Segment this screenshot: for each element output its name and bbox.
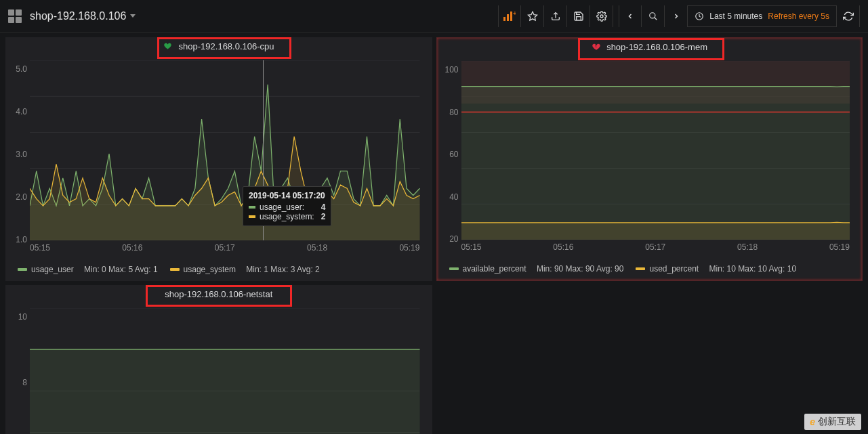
watermark: e创新互联 — [804, 414, 861, 430]
refresh-interval-label: Refresh every 5s — [768, 12, 829, 21]
heart-ok-icon — [163, 42, 172, 52]
svg-point-6 — [600, 15, 603, 18]
top-nav: shop-192.168.0.106 + Last 5 minutes Refr… — [0, 0, 868, 32]
panel-mem[interactable]: shop-192.168.0.106-mem 10080604020 05:15… — [436, 37, 863, 281]
chevron-down-icon — [130, 14, 136, 18]
time-back-button[interactable] — [619, 5, 642, 27]
refresh-button[interactable] — [837, 5, 860, 27]
panel-title[interactable]: shop-192.168.0.106-mem — [437, 38, 863, 54]
chart-area[interactable] — [30, 308, 420, 434]
svg-line-8 — [655, 17, 657, 20]
dashboards-icon[interactable] — [8, 9, 22, 23]
zoom-out-button[interactable] — [642, 5, 665, 27]
dashboard-title-dropdown[interactable]: shop-192.168.0.106 — [30, 10, 136, 22]
svg-text:+: + — [513, 12, 516, 17]
star-button[interactable] — [521, 5, 544, 27]
chart-area[interactable] — [461, 61, 850, 240]
panel-netstat[interactable]: shop-192.168.0.106-netstat 10864 — [5, 285, 432, 434]
save-button[interactable] — [567, 5, 590, 27]
time-range-label: Last 5 minutes — [709, 12, 762, 21]
panel-title[interactable]: shop-192.168.0.106-cpu — [5, 37, 432, 53]
heart-broken-icon — [592, 43, 600, 53]
legend-item[interactable]: usage_user Min: 0 Max: 5 Avg: 1 — [18, 265, 158, 274]
dashboard-title: shop-192.168.0.106 — [30, 10, 126, 22]
svg-rect-2 — [510, 12, 512, 21]
legend-item[interactable]: usage_system Min: 1 Max: 3 Avg: 2 — [170, 265, 320, 274]
toolbar: + Last 5 minutes Refresh every 5s — [498, 5, 860, 27]
legend: available_percent Min: 90 Max: 90 Avg: 9… — [449, 264, 850, 274]
time-forward-button[interactable] — [665, 5, 688, 27]
x-axis: 05:1505:1605:1705:1805:19 — [461, 242, 850, 252]
chart-area[interactable] — [30, 60, 420, 240]
add-panel-button[interactable]: + — [498, 5, 521, 27]
svg-marker-4 — [528, 12, 537, 20]
y-axis: 5.04.03.02.01.0 — [5, 60, 27, 240]
svg-rect-0 — [503, 17, 505, 21]
svg-rect-1 — [507, 14, 509, 21]
panel-cpu[interactable]: shop-192.168.0.106-cpu 5.04.03.02.01.0 2… — [5, 37, 432, 281]
y-axis: 10080604020 — [437, 61, 459, 240]
x-axis: 05:1505:1605:1705:1805:19 — [30, 243, 420, 253]
legend-item[interactable]: used_percent Min: 10 Max: 10 Avg: 10 — [636, 264, 796, 274]
svg-point-7 — [650, 12, 655, 18]
tooltip: 2019-05-14 05:17:20 usage_user:4 usage_s… — [243, 186, 331, 226]
legend-item[interactable]: available_percent Min: 90 Max: 90 Avg: 9… — [449, 264, 624, 274]
share-button[interactable] — [544, 5, 567, 27]
clock-icon — [695, 12, 704, 21]
time-range-picker[interactable]: Last 5 minutes Refresh every 5s — [688, 5, 837, 27]
panel-title[interactable]: shop-192.168.0.106-netstat — [5, 285, 432, 301]
y-axis: 10864 — [5, 308, 27, 434]
legend: usage_user Min: 0 Max: 5 Avg: 1 usage_sy… — [18, 265, 420, 274]
settings-button[interactable] — [590, 5, 613, 27]
